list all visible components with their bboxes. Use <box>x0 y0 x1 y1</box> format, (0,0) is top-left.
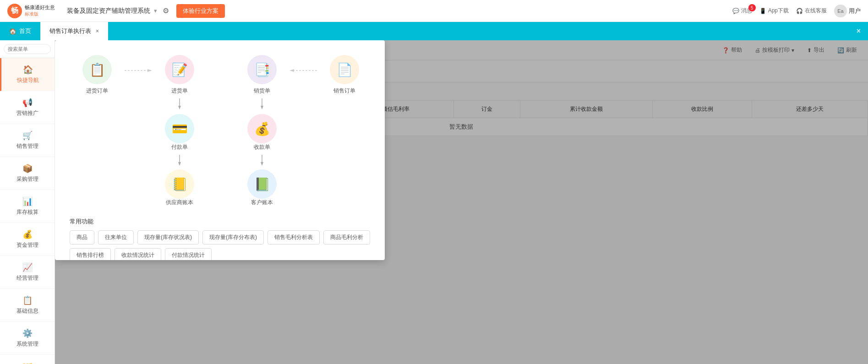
app-download-icon: 📱 <box>759 8 766 14</box>
dropdown-arrow-icon[interactable]: ▾ <box>154 7 157 14</box>
main-layout: 🏠 快捷导航 📢 营销推广 🛒 销售管理 📦 采购管理 📊 库存核算 💰 资金管… <box>0 40 868 364</box>
customer-account-node[interactable]: 📗 客户账本 <box>235 166 289 210</box>
payment-bill-node[interactable]: 💳 付款单 <box>152 110 207 155</box>
arrow-down-rec <box>235 155 289 166</box>
purchase-icon: 📦 <box>22 163 33 174</box>
payment-bill-label: 付款单 <box>171 143 188 151</box>
cf-btn-payment-stat[interactable]: 付款情况统计 <box>165 248 212 260</box>
top-header: 畅 畅康通好生意 标准版 装备及固定资产辅助管理系统 ▾ ⚙ 体验行业方案 💬 … <box>0 0 868 22</box>
headset-icon: 🎧 <box>796 8 803 14</box>
sidebar-label-finance: 资金管理 <box>16 241 38 249</box>
message-icon: 💬 <box>732 8 739 14</box>
payment-bill-icon: 💳 <box>172 121 188 136</box>
system-icon: ⚙️ <box>22 328 33 338</box>
arrow-right-1 <box>125 68 152 82</box>
arrow-down-pay <box>152 155 207 166</box>
experience-button[interactable]: 体验行业方案 <box>176 4 225 18</box>
online-service-label: 在线客服 <box>805 7 827 15</box>
purchase-bill-circle: 📝 <box>165 55 194 84</box>
sidebar-item-enterprise[interactable]: 🤝 企业协同 <box>0 355 55 364</box>
sidebar-item-system[interactable]: ⚙️ 系统管理 <box>0 322 55 355</box>
sidebar-label-sales: 销售管理 <box>16 142 38 150</box>
user-item[interactable]: Ea 用户 <box>834 5 861 17</box>
close-all-button[interactable]: × <box>857 27 861 35</box>
enterprise-icon: 🤝 <box>22 361 33 364</box>
sidebar-item-operations[interactable]: 📈 经营管理 <box>0 256 55 289</box>
receipt-bill-node[interactable]: 💰 收款单 <box>235 110 289 155</box>
s1 <box>70 155 125 166</box>
sidebar-item-purchase[interactable]: 📦 采购管理 <box>0 157 55 190</box>
receipt-bill-icon: 💰 <box>254 121 270 136</box>
sales-order-node[interactable]: 📄 销售订单 <box>317 51 372 98</box>
home-sidebar-icon: 🏠 <box>23 65 33 75</box>
sidebar-item-finance[interactable]: 💰 资金管理 <box>0 223 55 256</box>
cf-btn-sales-rank[interactable]: 销售排行榜 <box>70 248 111 260</box>
basic-info-icon: 📋 <box>22 295 33 305</box>
home-icon: 🏠 <box>9 28 16 35</box>
sales-bill-node[interactable]: 📑 销货单 <box>235 51 289 98</box>
cf-btn-stock-status[interactable]: 现存量(库存状况表) <box>137 230 199 244</box>
purchase-bill-node[interactable]: 📝 进货单 <box>152 51 207 98</box>
sales-order-label: 销售订单 <box>333 87 355 95</box>
overlay[interactable]: 📋 进货订单 <box>55 40 868 364</box>
sidebar-item-sales[interactable]: 🛒 销售管理 <box>0 124 55 157</box>
sidebar-label-system: 系统管理 <box>16 340 38 348</box>
tab-home-label: 首页 <box>19 27 31 35</box>
sidebar-item-basic-info[interactable]: 📋 基础信息 <box>0 289 55 322</box>
modal-content: 📋 进货订单 <box>55 40 385 260</box>
sidebar-label-purchase: 采购管理 <box>16 175 38 183</box>
flow-diagram: 📋 进货订单 <box>70 51 370 210</box>
payment-bill-circle: 💳 <box>165 114 194 143</box>
purchase-order-node[interactable]: 📋 进货订单 <box>70 51 125 98</box>
logo-area: 畅 畅康通好生意 标准版 <box>7 4 62 18</box>
cf-btn-partners[interactable]: 往来单位 <box>98 230 134 244</box>
app-download-label: App下载 <box>768 7 789 15</box>
receipt-bill-circle: 💰 <box>247 114 277 143</box>
finance-icon: 💰 <box>22 229 33 239</box>
sidebar-item-inventory[interactable]: 📊 库存核算 <box>0 190 55 223</box>
spacer-left <box>70 98 125 110</box>
settings-icon[interactable]: ⚙ <box>163 6 169 15</box>
supplier-account-label: 供应商账本 <box>166 199 193 206</box>
cf-btn-goods-margin[interactable]: 商品毛利分析 <box>323 230 370 244</box>
app-download-item[interactable]: 📱 App下载 <box>759 7 789 15</box>
sales-icon: 🛒 <box>22 130 33 141</box>
cf-btn-stock-dist[interactable]: 现存量(库存分布表) <box>202 230 264 244</box>
cf-btn-receipt-stat[interactable]: 收款情况统计 <box>115 248 161 260</box>
customer-account-icon: 📗 <box>254 177 270 192</box>
tab-sales-order[interactable]: 销售订单执行表 × <box>40 22 108 40</box>
tab-home[interactable]: 🏠 首页 <box>0 22 40 40</box>
sidebar-item-marketing[interactable]: 📢 营销推广 <box>0 91 55 124</box>
sales-bill-icon: 📑 <box>254 62 270 77</box>
tab-close-icon[interactable]: × <box>96 28 99 34</box>
receipt-bill-label: 收款单 <box>254 143 270 151</box>
flow-row-2: 💳 付款单 💰 收款单 <box>70 110 289 155</box>
inventory-icon: 📊 <box>22 196 33 206</box>
svg-marker-11 <box>261 162 263 166</box>
sidebar-label-inventory: 库存核算 <box>16 208 38 216</box>
logo-text: 畅康通好生意 <box>25 4 55 11</box>
svg-marker-7 <box>261 106 263 109</box>
common-buttons-row-1: 商品 往来单位 现存量(库存状况表) 现存量(库存分布表) 销售毛利分析表 商品… <box>70 230 370 244</box>
flow-row-1: 📋 进货订单 <box>70 51 372 98</box>
cf-btn-sales-margin[interactable]: 销售毛利分析表 <box>267 230 320 244</box>
user-label: 用户 <box>849 7 861 15</box>
supplier-account-node[interactable]: 📒 供应商账本 <box>152 166 207 210</box>
svg-marker-3 <box>289 69 294 72</box>
message-item[interactable]: 💬 消息 5 <box>732 7 752 15</box>
search-input[interactable] <box>4 44 51 54</box>
spacer-arrow <box>125 98 152 110</box>
purchase-bill-label: 进货单 <box>171 87 188 95</box>
arrow-left-1 <box>289 68 317 82</box>
online-service-item[interactable]: 🎧 在线客服 <box>796 7 827 15</box>
sidebar-item-quick-nav[interactable]: 🏠 快捷导航 <box>0 58 55 91</box>
cf-btn-goods[interactable]: 商品 <box>70 230 94 244</box>
marketing-icon: 📢 <box>22 98 33 108</box>
s2 <box>125 155 152 166</box>
operations-icon: 📈 <box>22 262 33 272</box>
purchase-order-circle: 📋 <box>82 55 112 84</box>
arrow-down-purchase <box>152 98 207 110</box>
common-buttons-row-2: 销售排行榜 收款情况统计 付款情况统计 <box>70 248 370 260</box>
sidebar-label-quick-nav: 快捷导航 <box>17 76 39 84</box>
sales-order-circle: 📄 <box>330 55 359 84</box>
